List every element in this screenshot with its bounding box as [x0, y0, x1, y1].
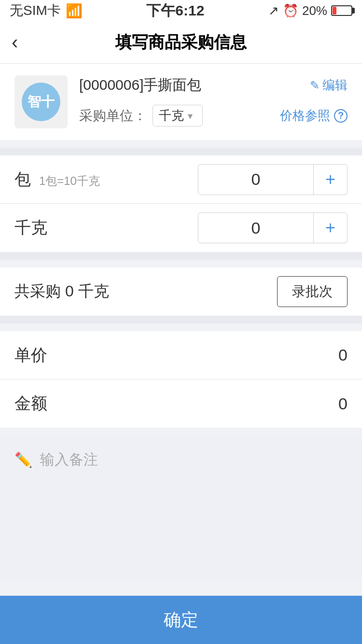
kg-value: 0	[251, 219, 261, 238]
product-name: [0000006]手撕面包	[79, 75, 201, 95]
kg-input-row: 千克 0 +	[0, 204, 362, 252]
product-name-row: [0000006]手撕面包 ✎ 编辑	[79, 75, 348, 95]
product-info: [0000006]手撕面包 ✎ 编辑 采购单位： 千克 ▾ 价格参照 ?	[79, 75, 348, 126]
pencil-icon: ✏️	[14, 451, 32, 468]
main-content: 智十 [0000006]手撕面包 ✎ 编辑 采购单位： 千克 ▾	[0, 64, 362, 580]
status-left: 无SIM卡 📶	[10, 1, 83, 20]
page-title: 填写商品采购信息	[115, 31, 247, 54]
amount-row: 金额 0	[0, 379, 362, 428]
bao-value: 0	[251, 170, 261, 189]
amount-value: 0	[338, 394, 348, 413]
edit-label: 编辑	[322, 77, 348, 94]
kg-input-right: 0 +	[198, 212, 348, 243]
separator-2	[0, 252, 362, 260]
unit-value: 千克	[159, 107, 184, 124]
location-icon: ↗	[268, 3, 279, 18]
unit-select-dropdown[interactable]: 千克 ▾	[153, 105, 203, 126]
bao-label: 包	[14, 170, 31, 188]
price-info-section: 单价 0 金额 0	[0, 331, 362, 428]
total-text: 共采购 0 千克	[14, 281, 109, 302]
price-ref-label: 价格参照	[280, 107, 330, 124]
bao-sub-label: 1包=10千克	[39, 174, 100, 187]
bottom-space	[0, 484, 362, 580]
unit-price-label: 单价	[14, 344, 47, 366]
carrier-label: 无SIM卡	[10, 1, 61, 20]
input-section: 包 1包=10千克 0 + 千克 0 +	[0, 155, 362, 252]
record-batch-button[interactable]: 录批次	[277, 276, 348, 307]
bao-quantity-input[interactable]: 0	[198, 164, 314, 195]
wifi-icon: 📶	[66, 3, 83, 19]
confirm-button[interactable]: 确定	[0, 596, 362, 644]
bao-plus-button[interactable]: +	[314, 164, 348, 195]
total-section: 共采购 0 千克 录批次	[0, 267, 362, 316]
amount-label: 金额	[14, 392, 47, 415]
price-ref-button[interactable]: 价格参照 ?	[280, 107, 348, 124]
confirm-label: 确定	[164, 608, 198, 632]
bao-input-row: 包 1包=10千克 0 +	[0, 155, 362, 204]
note-section[interactable]: ✏️ 输入备注	[0, 435, 362, 484]
chevron-down-icon: ▾	[188, 110, 193, 122]
product-unit-row: 采购单位： 千克 ▾ 价格参照 ?	[79, 105, 348, 126]
battery-percent: 20%	[302, 3, 327, 18]
separator-3	[0, 316, 362, 323]
total-row: 共采购 0 千克 录批次	[0, 267, 362, 316]
back-icon: ‹	[12, 31, 18, 53]
bao-label-group: 包 1包=10千克	[14, 168, 100, 191]
product-image: 智十	[14, 75, 68, 128]
note-placeholder: 输入备注	[40, 450, 98, 470]
alarm-icon: ⏰	[283, 3, 298, 18]
kg-label-group: 千克	[14, 217, 47, 239]
unit-price-value: 0	[338, 346, 348, 364]
nav-bar: ‹ 填写商品采购信息	[0, 21, 362, 64]
bao-input-right: 0 +	[198, 164, 348, 195]
edit-button[interactable]: ✎ 编辑	[310, 77, 348, 94]
separator-1	[0, 148, 362, 155]
info-icon: ?	[334, 109, 348, 123]
status-right: ↗ ⏰ 20%	[268, 3, 352, 18]
product-logo: 智十	[22, 83, 60, 121]
kg-label: 千克	[14, 218, 47, 237]
unit-label: 采购单位：	[79, 107, 147, 125]
logo-text: 智十	[28, 93, 55, 111]
edit-icon: ✎	[310, 79, 320, 92]
unit-price-row: 单价 0	[0, 331, 362, 379]
status-bar: 无SIM卡 📶 下午6:12 ↗ ⏰ 20%	[0, 0, 362, 21]
battery-icon	[331, 5, 352, 16]
product-card: 智十 [0000006]手撕面包 ✎ 编辑 采购单位： 千克 ▾	[0, 64, 362, 140]
status-time: 下午6:12	[146, 1, 204, 21]
back-button[interactable]: ‹	[12, 31, 18, 53]
kg-plus-button[interactable]: +	[314, 212, 348, 243]
kg-quantity-input[interactable]: 0	[198, 212, 314, 243]
